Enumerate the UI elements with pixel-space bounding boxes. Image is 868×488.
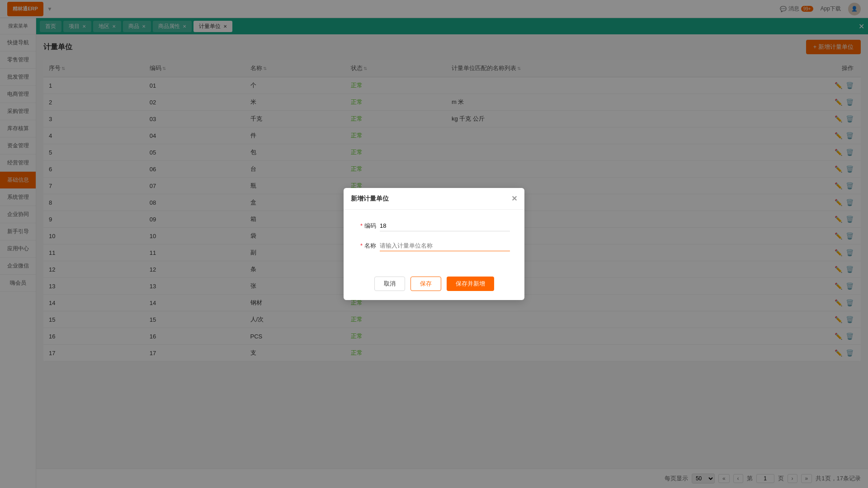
name-label: *名称 [358,242,376,250]
modal-close-button[interactable]: ✕ [511,194,517,203]
form-row-name: *名称 [358,240,510,251]
form-row-code: *编码 [358,221,510,231]
modal-footer: 取消 保存 保存并新增 [344,271,524,300]
save-button[interactable]: 保存 [410,277,441,291]
code-label: *编码 [358,222,376,230]
modal-body: *编码 *名称 [344,210,524,271]
modal-header: 新增计量单位 ✕ [344,188,524,210]
cancel-button[interactable]: 取消 [374,277,405,291]
code-input[interactable] [380,221,510,231]
code-required-star: * [360,222,363,229]
name-required-star: * [360,242,363,249]
save-and-add-button[interactable]: 保存并新增 [447,277,494,291]
modal-overlay: 新增计量单位 ✕ *编码 *名称 取消 保存 保存并新增 [0,0,868,488]
modal-title: 新增计量单位 [351,195,389,203]
name-input[interactable] [380,240,510,251]
add-unit-modal: 新增计量单位 ✕ *编码 *名称 取消 保存 保存并新增 [344,188,524,300]
